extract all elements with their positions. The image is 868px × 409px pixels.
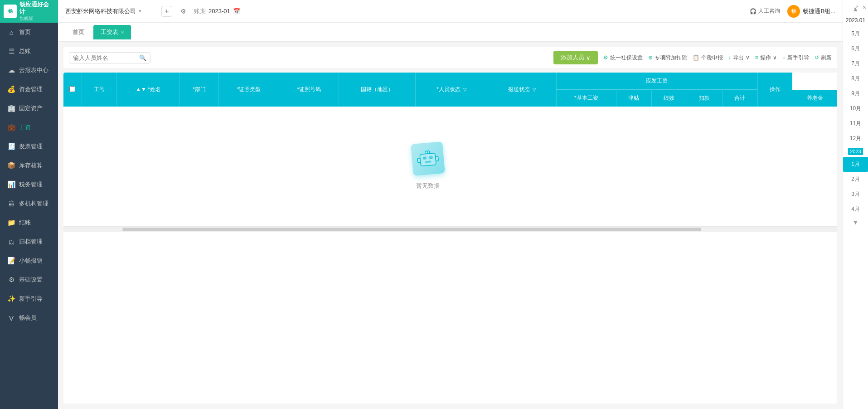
salary-table: 工号 ▲▼ *姓名 *部门 *证照类型 *证照号码 国籍（地区） *人员状态 ▽… — [63, 73, 837, 226]
logo-text: 畅应通好会计 旗舰版 — [19, 1, 54, 21]
sidebar-logo: 畅 畅应通好会计 旗舰版 — [0, 0, 58, 23]
refresh-button[interactable]: ↺ 刷新 — [815, 54, 832, 62]
sidebar-item-expense[interactable]: 📝 小畅报销 — [0, 251, 58, 270]
panel-close-button[interactable]: × — [863, 4, 866, 11]
tax-declaration-button[interactable]: 📋 个税申报 — [693, 54, 723, 62]
month-item-4[interactable]: 4月 — [843, 202, 868, 217]
sidebar-item-salary[interactable]: 💼 工资 — [0, 118, 58, 137]
sidebar-nav: ⌂ 首页 ☰ 总账 ☁ 云报表中心 💰 资金管理 🏢 固定资产 💼 工资 🧾 发… — [0, 23, 58, 409]
avatar: 畅 — [787, 5, 800, 18]
settings-icon: ⚙ — [7, 276, 15, 284]
social-settings-icon: ⚙ — [603, 54, 608, 61]
tax-icon: 📋 — [693, 54, 699, 61]
tab-salary-table[interactable]: 工资表 × — [93, 25, 131, 39]
month-item-10[interactable]: 10月 — [843, 101, 868, 116]
sidebar-item-fund[interactable]: 💰 资金管理 — [0, 80, 58, 99]
svg-line-5 — [427, 151, 428, 154]
month-item-1[interactable]: 1月 — [843, 157, 868, 172]
sidebar-item-archive[interactable]: 🗂 归档管理 — [0, 232, 58, 251]
sidebar-item-inventory[interactable]: 📦 库存核算 — [0, 156, 58, 175]
headset-icon: 🎧 — [750, 8, 756, 15]
month-item-7[interactable]: 7月 — [843, 56, 868, 71]
svg-rect-2 — [429, 156, 433, 159]
export-button[interactable]: ↓ 导出 ∨ — [728, 54, 750, 62]
add-company-button[interactable]: + — [161, 6, 172, 17]
new-guide-button[interactable]: ○ 新手引导 — [782, 54, 809, 62]
sidebar-item-cloud-report[interactable]: ☁ 云报表中心 — [0, 61, 58, 80]
social-settings-button[interactable]: ⚙ 统一社保设置 — [603, 54, 643, 62]
month-item-6[interactable]: 6月 — [843, 41, 868, 56]
sidebar-item-settings[interactable]: ⚙ 基础设置 — [0, 270, 58, 289]
operation-button[interactable]: ≡ 操作 ∨ — [755, 54, 777, 62]
operation-chevron-icon: ∨ — [773, 54, 777, 61]
th-allowance: 津贴 — [616, 90, 652, 107]
sidebar-item-member[interactable]: V 畅会员 — [0, 308, 58, 327]
sidebar-item-fixed-assets[interactable]: 🏢 固定资产 — [0, 99, 58, 118]
empty-state: 暂无数据 — [63, 107, 792, 226]
tabbar: 首页 工资表 × — [58, 23, 843, 42]
th-base-salary: *基本工资 — [556, 90, 616, 107]
add-person-chevron-icon: ∨ — [586, 54, 591, 61]
customer-service-button[interactable]: 🎧 人工咨询 — [750, 7, 780, 15]
empty-row: 暂无数据 — [63, 107, 837, 226]
month-item-5[interactable]: 5月 — [843, 26, 868, 41]
month-item-3[interactable]: 3月 — [843, 187, 868, 202]
table-body: 暂无数据 — [63, 107, 837, 226]
tab-home[interactable]: 首页 — [65, 25, 92, 39]
scrollbar-thumb[interactable] — [122, 228, 701, 231]
calendar-icon[interactable]: 📅 — [233, 8, 240, 15]
th-performance: 绩效 — [651, 90, 687, 107]
table-container: 工号 ▲▼ *姓名 *部门 *证照类型 *证照号码 国籍（地区） *人员状态 ▽… — [63, 73, 837, 404]
th-number: 工号 — [82, 73, 117, 107]
th-department: *部门 — [179, 73, 219, 107]
search-input[interactable] — [73, 54, 136, 61]
sidebar-item-invoice[interactable]: 🧾 发票管理 — [0, 137, 58, 156]
month-item-12[interactable]: 12月 — [843, 131, 868, 146]
company-name: 西安虾米网络科技有限公司 — [65, 7, 136, 15]
company-selector[interactable]: 西安虾米网络科技有限公司 ▾ — [65, 7, 156, 15]
period-display: 账期 2023-01 📅 — [194, 7, 240, 15]
empty-robot-icon — [411, 141, 445, 176]
main-area: 西安虾米网络科技有限公司 ▾ + ⚙ 账期 2023-01 📅 🎧 人工咨询 畅… — [58, 0, 843, 409]
toolbar: 🔍 添加人员 ∨ ⚙ 统一社保设置 ⊕ 专项附加扣除 📋 个税申报 — [63, 47, 837, 68]
sidebar: 畅 畅应通好会计 旗舰版 ⌂ 首页 ☰ 总账 ☁ 云报表中心 💰 资金管理 🏢 … — [0, 0, 58, 409]
th-id-number: *证照号码 — [279, 73, 339, 107]
th-person-status: *人员状态 ▽ — [416, 73, 488, 107]
month-item-9[interactable]: 9月 — [843, 86, 868, 101]
scroll-bar[interactable] — [63, 226, 837, 232]
table-header-row-1: 工号 ▲▼ *姓名 *部门 *证照类型 *证照号码 国籍（地区） *人员状态 ▽… — [63, 73, 837, 90]
th-id-type: *证照类型 — [219, 73, 279, 107]
new-guide-icon: ○ — [782, 54, 786, 61]
tax-icon: 📊 — [7, 180, 15, 189]
person-status-filter-icon[interactable]: ▽ — [463, 87, 467, 92]
panel-down-arrow[interactable]: ▼ — [851, 217, 861, 228]
sidebar-item-home[interactable]: ⌂ 首页 — [0, 23, 58, 42]
invoice-icon: 🧾 — [7, 142, 15, 151]
export-icon: ↓ — [728, 54, 731, 61]
sidebar-item-tax[interactable]: 📊 税务管理 — [0, 175, 58, 194]
month-item-2[interactable]: 2月 — [843, 172, 868, 187]
select-all-checkbox[interactable] — [69, 86, 75, 92]
report-status-filter-icon[interactable]: ▽ — [533, 87, 536, 92]
th-pension: 养老金 — [792, 90, 837, 107]
tab-close-icon[interactable]: × — [121, 29, 124, 35]
settings-button[interactable]: ⚙ — [178, 6, 189, 17]
sidebar-item-multi-org[interactable]: 🏛 多机构管理 — [0, 194, 58, 213]
add-person-button[interactable]: 添加人员 ∨ — [553, 51, 598, 64]
sidebar-item-ledger[interactable]: ☰ 总账 — [0, 42, 58, 61]
topbar-right: 🎧 人工咨询 畅 畅捷通B组... — [750, 5, 835, 18]
user-menu[interactable]: 畅 畅捷通B组... — [787, 5, 835, 18]
sidebar-item-closing[interactable]: 📁 结账 — [0, 213, 58, 232]
month-panel-header: 2023.01 — [844, 15, 867, 26]
company-chevron-icon: ▾ — [139, 8, 141, 14]
month-item-11[interactable]: 11月 — [843, 116, 868, 131]
month-item-8[interactable]: 8月 — [843, 71, 868, 86]
export-chevron-icon: ∨ — [746, 54, 750, 61]
search-icon: 🔍 — [139, 54, 146, 61]
member-icon: V — [7, 314, 15, 322]
sidebar-item-guide[interactable]: ✨ 新手引导 — [0, 289, 58, 308]
panel-expand-button[interactable]: ⤢ — [853, 4, 859, 11]
svg-rect-1 — [423, 156, 427, 160]
th-deduction: 扣款 — [687, 90, 722, 107]
special-deduction-button[interactable]: ⊕ 专项附加扣除 — [648, 54, 687, 62]
